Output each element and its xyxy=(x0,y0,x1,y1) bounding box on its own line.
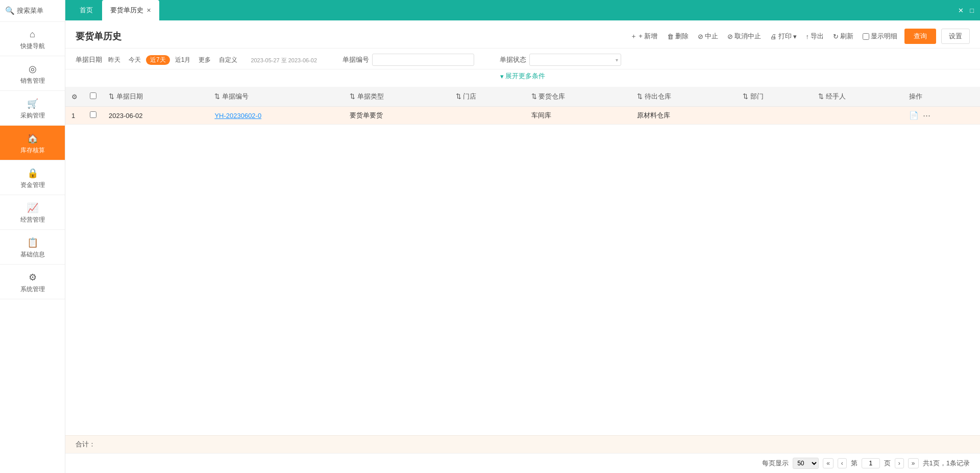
expand-more-label: 展开更多条件 xyxy=(505,72,545,81)
sort-icon[interactable]: ⇅ xyxy=(350,92,355,100)
print-button[interactable]: 🖨 打印 ▾ xyxy=(768,31,799,42)
td-bill-no[interactable]: YH-20230602-0 xyxy=(208,107,344,125)
refresh-button[interactable]: ↻ 刷新 xyxy=(831,31,855,42)
tab-close-icon[interactable]: ✕ xyxy=(146,7,151,14)
edit-icon[interactable]: 📄 xyxy=(909,111,919,120)
export-icon: ↑ xyxy=(806,33,810,40)
sidebar-item-label: 系统管理 xyxy=(20,285,45,294)
sidebar-item-sales[interactable]: ◎ 销售管理 xyxy=(0,56,65,91)
display-detail-button[interactable]: 显示明细 xyxy=(861,31,899,42)
sidebar-item-purchase[interactable]: 🛒 采购管理 xyxy=(0,91,65,126)
th-bill-type: ⇅ 单据类型 xyxy=(344,87,449,107)
sort-icon[interactable]: ⇅ xyxy=(214,92,220,100)
sort-icon[interactable]: ⇅ xyxy=(531,92,537,100)
operations-icon: 📈 xyxy=(27,202,38,214)
purchase-icon: 🛒 xyxy=(27,98,38,109)
sidebar-search[interactable]: 🔍 搜索菜单 xyxy=(0,0,65,22)
sysmgmt-icon: ⚙ xyxy=(29,272,37,283)
toolbar: ＋ + 新增 🗑 删除 ⊘ 中止 ⊘ 取消中止 🖨 打印 xyxy=(628,29,970,44)
new-label: + 新增 xyxy=(639,32,657,41)
sort-icon[interactable]: ⇅ xyxy=(456,92,461,100)
td-bill-type: 要货单要货 xyxy=(344,107,449,125)
query-button[interactable]: 查询 xyxy=(904,29,936,44)
date-btn-today[interactable]: 今天 xyxy=(126,55,144,65)
display-detail-checkbox[interactable] xyxy=(863,33,869,40)
page-size-select[interactable]: 50 10 20 100 xyxy=(793,458,819,469)
date-btn-7days[interactable]: 近7天 xyxy=(146,55,170,65)
bill-no-filter-group: 单据编号 xyxy=(342,54,474,66)
sort-icon[interactable]: ⇅ xyxy=(109,92,114,100)
th-pending-warehouse: ⇅ 待出仓库 xyxy=(631,87,737,107)
stop-label: 中止 xyxy=(705,32,718,41)
sidebar-item-label: 库存核算 xyxy=(20,146,45,155)
delete-icon: 🗑 xyxy=(667,33,674,40)
sidebar-item-finance[interactable]: 🔒 资金管理 xyxy=(0,160,65,195)
new-button[interactable]: ＋ + 新增 xyxy=(628,31,659,42)
status-filter-group: 单据状态 ▾ xyxy=(500,54,621,66)
sidebar-item-operations[interactable]: 📈 经营管理 xyxy=(0,195,65,230)
sidebar-item-label: 快捷导航 xyxy=(20,42,45,51)
date-btn-more[interactable]: 更多 xyxy=(195,55,214,65)
status-select-wrap: ▾ xyxy=(529,54,621,66)
bill-no-link[interactable]: YH-20230602-0 xyxy=(214,112,261,120)
window-maximize-icon[interactable]: □ xyxy=(970,7,974,14)
bill-no-input[interactable] xyxy=(372,54,474,66)
date-btn-1month[interactable]: 近1月 xyxy=(172,55,194,65)
status-label: 单据状态 xyxy=(500,55,526,64)
delete-label: 删除 xyxy=(675,32,689,41)
sidebar-item-label: 销售管理 xyxy=(20,77,45,85)
table-container: ⚙ ⇅ 单据日期 ⇅ 单据编号 ⇅ 单据类型 ⇅ 门店 ⇅ 要货仓库 ⇅ 待出仓… xyxy=(65,87,980,435)
next-page-button[interactable]: › xyxy=(895,458,904,468)
sidebar-item-sys-mgmt[interactable]: ⚙ 系统管理 xyxy=(0,265,65,299)
sidebar-item-inventory[interactable]: 🏠 库存核算 xyxy=(0,126,65,160)
sort-icon[interactable]: ⇅ xyxy=(818,92,824,100)
cancel-stop-button[interactable]: ⊘ 取消中止 xyxy=(725,31,763,42)
filter-bar: 单据日期 昨天 今天 近7天 近1月 更多 自定义 2023-05-27 至 2… xyxy=(65,49,980,69)
th-req-warehouse: ⇅ 要货仓库 xyxy=(525,87,631,107)
search-icon: 🔍 xyxy=(5,6,15,15)
td-checkbox[interactable] xyxy=(84,107,103,125)
th-shop: ⇅ 门店 xyxy=(450,87,525,107)
content-area: 要货单历史 ＋ + 新增 🗑 删除 ⊘ 中止 ⊘ 取消中止 xyxy=(65,20,980,473)
sort-icon[interactable]: ⇅ xyxy=(743,92,748,100)
date-quick-options: 昨天 今天 近7天 近1月 更多 自定义 xyxy=(105,55,240,65)
first-page-button[interactable]: « xyxy=(823,458,834,468)
window-close-icon[interactable]: ✕ xyxy=(958,7,964,14)
date-range-display: 2023-05-27 至 2023-06-02 xyxy=(251,57,317,64)
select-all-checkbox[interactable] xyxy=(90,92,96,99)
tab-home[interactable]: 首页 xyxy=(71,0,101,20)
data-table: ⚙ ⇅ 单据日期 ⇅ 单据编号 ⇅ 单据类型 ⇅ 门店 ⇅ 要货仓库 ⇅ 待出仓… xyxy=(65,87,980,125)
pagination: 每页显示 50 10 20 100 « ‹ 第 页 › » 共1页，1条记录 xyxy=(65,453,980,473)
th-department: ⇅ 部门 xyxy=(737,87,812,107)
date-btn-yesterday[interactable]: 昨天 xyxy=(105,55,124,65)
row-checkbox[interactable] xyxy=(90,111,96,118)
sidebar-item-label: 经营管理 xyxy=(20,216,45,224)
more-icon[interactable]: ⋯ xyxy=(923,111,930,120)
display-detail-label: 显示明细 xyxy=(871,32,897,41)
bill-no-label: 单据编号 xyxy=(342,55,369,64)
sort-icon[interactable]: ⇅ xyxy=(637,92,643,100)
total-label: 共1页，1条记录 xyxy=(923,459,970,468)
expand-more-button[interactable]: ▾ 展开更多条件 xyxy=(500,69,545,83)
stop-button[interactable]: ⊘ 中止 xyxy=(696,31,720,42)
last-page-button[interactable]: » xyxy=(908,458,919,468)
prev-page-button[interactable]: ‹ xyxy=(838,458,847,468)
page-number-input[interactable] xyxy=(862,458,880,468)
status-select[interactable] xyxy=(529,54,621,66)
sidebar-item-basic-info[interactable]: 📋 基础信息 xyxy=(0,230,65,265)
home-icon: ⌂ xyxy=(30,29,35,40)
print-dropdown-icon: ▾ xyxy=(793,33,797,40)
export-button[interactable]: ↑ 导出 xyxy=(804,31,826,42)
setting-button[interactable]: 设置 xyxy=(941,29,970,44)
th-checkbox[interactable] xyxy=(84,87,103,107)
td-department xyxy=(737,107,812,125)
date-btn-custom[interactable]: 自定义 xyxy=(216,55,240,65)
summary-label: 合计： xyxy=(76,440,95,448)
table-row: 1 2023-06-02 YH-20230602-0 要货单要货 车间库 原材料… xyxy=(65,107,980,125)
delete-button[interactable]: 🗑 删除 xyxy=(665,31,691,42)
tab-home-label: 首页 xyxy=(80,6,93,15)
sidebar-item-quick-nav[interactable]: ⌂ 快捷导航 xyxy=(0,22,65,56)
main-area: 首页 要货单历史 ✕ ✕ □ 要货单历史 ＋ + 新增 🗑 删除 xyxy=(65,0,980,473)
tab-requisition-history[interactable]: 要货单历史 ✕ xyxy=(102,0,159,20)
th-settings[interactable]: ⚙ xyxy=(65,87,84,107)
